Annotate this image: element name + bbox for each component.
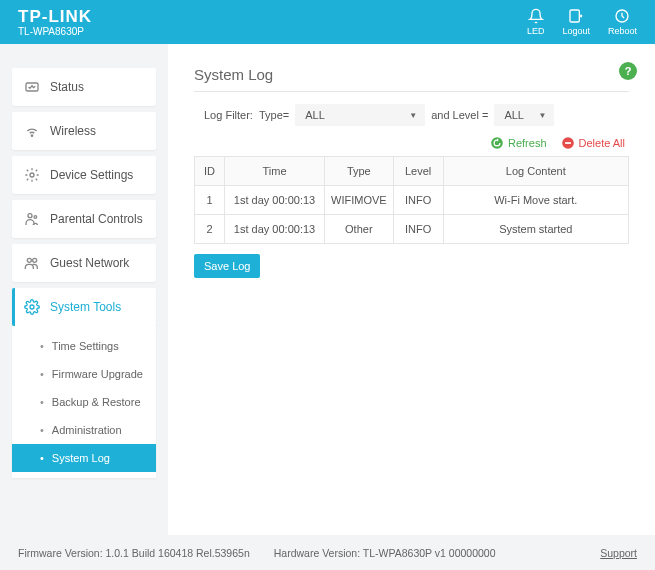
- delete-all-label: Delete All: [579, 137, 625, 149]
- footer: Firmware Version: 1.0.1 Build 160418 Rel…: [0, 535, 655, 570]
- sidebar-item-wireless[interactable]: Wireless: [12, 112, 156, 150]
- separator: [194, 91, 629, 92]
- brand-logo: TP-LINK: [18, 7, 92, 27]
- log-filter-row: Log Filter: Type= ALL and Level = ALL: [194, 104, 629, 126]
- svg-point-4: [30, 173, 34, 177]
- svg-rect-0: [570, 10, 579, 22]
- support-link[interactable]: Support: [600, 547, 637, 559]
- brand-model: TL-WPA8630P: [18, 26, 92, 37]
- logout-icon: [568, 8, 584, 24]
- svg-rect-2: [26, 83, 38, 91]
- svg-point-6: [34, 216, 37, 219]
- firmware-version: Firmware Version: 1.0.1 Build 160418 Rel…: [18, 547, 250, 559]
- bell-icon: [528, 8, 544, 24]
- svg-point-7: [27, 258, 31, 262]
- type-label: Type=: [259, 109, 289, 121]
- svg-point-8: [33, 258, 37, 262]
- led-button[interactable]: LED: [527, 8, 545, 36]
- brand: TP-LINK TL-WPA8630P: [18, 7, 92, 37]
- hardware-version: Hardware Version: TL-WPA8630P v1 0000000…: [274, 547, 496, 559]
- app-header: TP-LINK TL-WPA8630P LED Logout Reboot: [0, 0, 655, 44]
- svg-point-3: [31, 135, 32, 136]
- sidebar-label: Device Settings: [50, 168, 133, 182]
- subnav-administration[interactable]: Administration: [12, 416, 156, 444]
- log-table: ID Time Type Level Log Content 1 1st day…: [194, 156, 629, 244]
- refresh-icon: [490, 136, 504, 150]
- svg-point-5: [28, 214, 32, 218]
- help-button[interactable]: ?: [619, 62, 637, 80]
- reboot-label: Reboot: [608, 26, 637, 36]
- filter-label: Log Filter:: [204, 109, 253, 121]
- refresh-button[interactable]: Refresh: [490, 136, 547, 150]
- sidebar-label: Guest Network: [50, 256, 129, 270]
- refresh-label: Refresh: [508, 137, 547, 149]
- subnav-backup-restore[interactable]: Backup & Restore: [12, 388, 156, 416]
- reboot-button[interactable]: Reboot: [608, 8, 637, 36]
- table-row: 1 1st day 00:00:13 WIFIMOVE INFO Wi-Fi M…: [195, 186, 629, 215]
- sidebar-item-guest-network[interactable]: Guest Network: [12, 244, 156, 282]
- page-title: System Log: [194, 66, 629, 83]
- subnav-firmware-upgrade[interactable]: Firmware Upgrade: [12, 360, 156, 388]
- logout-label: Logout: [562, 26, 590, 36]
- reboot-icon: [614, 8, 630, 24]
- delete-icon: [561, 136, 575, 150]
- gear-icon: [24, 167, 40, 183]
- main-content: ? System Log Log Filter: Type= ALL and L…: [168, 44, 655, 535]
- subnav-time-settings[interactable]: Time Settings: [12, 332, 156, 360]
- sidebar-item-device-settings[interactable]: Device Settings: [12, 156, 156, 194]
- tools-icon: [24, 299, 40, 315]
- system-tools-subnav: Time Settings Firmware Upgrade Backup & …: [12, 326, 156, 478]
- level-select[interactable]: ALL: [494, 104, 554, 126]
- status-icon: [24, 79, 40, 95]
- svg-rect-12: [565, 142, 571, 144]
- sidebar-label: System Tools: [50, 300, 121, 314]
- col-content: Log Content: [443, 157, 628, 186]
- guest-icon: [24, 255, 40, 271]
- sidebar: Status Wireless Device Settings Parental…: [0, 44, 168, 535]
- delete-all-button[interactable]: Delete All: [561, 136, 625, 150]
- logout-button[interactable]: Logout: [562, 8, 590, 36]
- table-row: 2 1st day 00:00:13 Other INFO System sta…: [195, 215, 629, 244]
- sidebar-item-parental-controls[interactable]: Parental Controls: [12, 200, 156, 238]
- col-time: Time: [225, 157, 325, 186]
- subnav-system-log[interactable]: System Log: [12, 444, 156, 472]
- wireless-icon: [24, 123, 40, 139]
- sidebar-item-system-tools[interactable]: System Tools: [12, 288, 156, 326]
- parental-icon: [24, 211, 40, 227]
- col-id: ID: [195, 157, 225, 186]
- save-log-button[interactable]: Save Log: [194, 254, 260, 278]
- sidebar-label: Wireless: [50, 124, 96, 138]
- sidebar-label: Status: [50, 80, 84, 94]
- level-label: and Level =: [431, 109, 488, 121]
- svg-point-9: [30, 305, 34, 309]
- sidebar-label: Parental Controls: [50, 212, 143, 226]
- type-select[interactable]: ALL: [295, 104, 425, 126]
- header-actions: LED Logout Reboot: [527, 8, 637, 36]
- col-type: Type: [325, 157, 394, 186]
- col-level: Level: [393, 157, 443, 186]
- log-actions: Refresh Delete All: [194, 136, 629, 150]
- sidebar-item-status[interactable]: Status: [12, 68, 156, 106]
- led-label: LED: [527, 26, 545, 36]
